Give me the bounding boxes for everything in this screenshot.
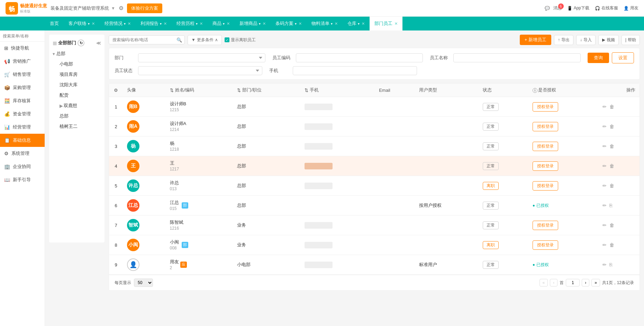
sidebar-item-system[interactable]: ⚙ 系统管理: [0, 147, 45, 160]
online-service-item[interactable]: 🎧 在线客服: [595, 5, 618, 11]
delete-icon[interactable]: 🗑: [609, 143, 614, 149]
tab-warehouse[interactable]: 仓库 ▾ ✕: [343, 17, 370, 30]
dept-tree-item-planting[interactable]: 植树王二: [49, 121, 105, 132]
add-employee-button[interactable]: + 新增员工: [520, 35, 551, 45]
sidebar-item-quick-nav[interactable]: ⊞ 快捷导航: [0, 42, 45, 55]
tab-journey[interactable]: 经营历程 ▾ ✕: [172, 17, 208, 30]
authorized-label: 已授权: [533, 262, 549, 267]
copy-icon[interactable]: ⎘: [609, 203, 612, 208]
sidebar-item-marketing[interactable]: 📢 营销推广: [0, 55, 45, 68]
user-item[interactable]: 👤 用友: [624, 5, 638, 11]
tab-home[interactable]: 首页: [45, 17, 64, 30]
edit-icon[interactable]: ✏: [602, 222, 607, 228]
edit-icon[interactable]: ✏: [602, 124, 607, 129]
auth-button[interactable]: 授权登录: [533, 122, 558, 131]
sidebar-item-finance[interactable]: 💰 资金管理: [0, 107, 45, 121]
auth-button[interactable]: 授权登录: [533, 161, 558, 171]
sidebar-search-input[interactable]: [3, 34, 45, 38]
emp-code-input[interactable]: [296, 53, 423, 62]
edit-icon[interactable]: ✏: [602, 104, 607, 109]
tab-employees[interactable]: 部门员工 ✕: [370, 17, 402, 30]
auth-button[interactable]: 授权登录: [533, 142, 558, 151]
next-page-button[interactable]: ›: [582, 279, 589, 287]
dept-collapse-icon[interactable]: ≪: [96, 41, 101, 46]
page-size-select[interactable]: 10 20 50 100: [134, 279, 153, 287]
sidebar-item-enterprise[interactable]: 🏢 企业协同: [0, 160, 45, 173]
status-filter-label: 员工状态: [115, 68, 135, 74]
sidebar-search: 🔍: [0, 30, 45, 42]
message-item[interactable]: 💬 6 消息: [545, 5, 562, 11]
more-filter-button[interactable]: ▼ 更多条件 ∧: [188, 35, 222, 45]
edit-icon[interactable]: ✏: [602, 163, 607, 169]
sidebar-item-sales[interactable]: 🛒 销售管理: [0, 68, 45, 81]
export-button[interactable]: ↑ 导出: [554, 35, 573, 45]
edit-icon[interactable]: ✏: [602, 262, 607, 267]
tab-profit[interactable]: 利润报告 ▾ ✕: [136, 17, 172, 30]
video-button[interactable]: ▶ 视频: [598, 35, 619, 45]
settings-button[interactable]: 设置: [612, 52, 634, 63]
edit-icon[interactable]: ✏: [602, 203, 607, 208]
delete-icon[interactable]: 🗑: [609, 124, 614, 129]
delete-icon[interactable]: 🗑: [609, 163, 614, 169]
auth-button[interactable]: 授权登录: [533, 181, 558, 191]
th-settings[interactable]: ⚙: [109, 83, 123, 97]
headset-icon: 🎧: [595, 6, 600, 11]
video-icon: ▶: [602, 37, 605, 42]
avatar: 王: [127, 160, 139, 172]
last-page-button[interactable]: »: [591, 279, 600, 287]
dept-tree-item-head2[interactable]: 总部: [49, 111, 105, 121]
delete-icon[interactable]: 🗑: [609, 242, 614, 248]
delete-icon[interactable]: 🗑: [609, 222, 614, 228]
sidebar-item-guide[interactable]: 📖 新手引导: [0, 173, 45, 186]
tab-bom[interactable]: 物料清单 ▾ ✕: [307, 17, 343, 30]
dept-refresh-icon[interactable]: ↻: [78, 39, 84, 46]
tab-new-product[interactable]: 新增商品 ▾ ✕: [235, 17, 271, 30]
phone-filter-input[interactable]: [293, 66, 417, 75]
search-input[interactable]: [109, 35, 185, 44]
prev-page-button[interactable]: ‹: [550, 279, 557, 287]
tab-customer[interactable]: 客户联络 ▾ ✕: [64, 17, 100, 30]
query-button[interactable]: 查询: [588, 53, 609, 63]
emp-name-input[interactable]: [453, 53, 581, 62]
sidebar-item-purchase[interactable]: 📦 采购管理: [0, 81, 45, 94]
dept-tree-item-shenyang[interactable]: 沈阳大库: [49, 80, 105, 90]
edit-icon[interactable]: ✏: [602, 242, 607, 248]
row-phone: ███████: [300, 215, 375, 235]
copy-icon[interactable]: ⎘: [609, 262, 612, 267]
th-phone[interactable]: ⇅ 手机: [300, 83, 375, 97]
sidebar-item-business[interactable]: 📊 经营管理: [0, 121, 45, 134]
auth-button[interactable]: 授权登录: [533, 221, 558, 230]
first-page-button[interactable]: «: [539, 279, 548, 287]
tab-barcode[interactable]: 条码方案 ▾ ✕: [271, 17, 307, 30]
sidebar-item-basic[interactable]: 📋 基础信息: [0, 134, 45, 147]
app-download-item[interactable]: 📱 App下载: [567, 5, 589, 11]
row-actions: ✏ ⎘: [598, 196, 640, 215]
auth-button[interactable]: 授权登录: [533, 240, 558, 250]
sidebar-item-inventory[interactable]: 🧮 库存核算: [0, 94, 45, 107]
status-filter-select[interactable]: [138, 66, 262, 75]
th-name-code[interactable]: ⇅ 姓名/编码: [166, 83, 233, 97]
edit-icon[interactable]: ✏: [602, 143, 607, 149]
experience-button[interactable]: 体验行业方案: [127, 3, 162, 13]
row-name-code: 用友 2 应: [166, 255, 233, 275]
dept-tree-item-small-elec[interactable]: 小电部: [49, 59, 105, 69]
tab-business-status[interactable]: 经营情况 ▾ ✕: [100, 17, 136, 30]
dept-tree-item-double[interactable]: ▶ 双鹿想: [49, 100, 105, 111]
tab-products[interactable]: 商品 ▾ ✕: [208, 17, 235, 30]
auth-button[interactable]: 授权登录: [533, 102, 558, 112]
show-leave-toggle[interactable]: ✓ 显示离职员工: [225, 37, 256, 43]
edit-icon[interactable]: ✏: [602, 183, 607, 188]
delete-icon[interactable]: 🗑: [609, 104, 614, 109]
help-button[interactable]: | 帮助: [622, 35, 640, 45]
dept-tree-item-project[interactable]: 项目库房: [49, 69, 105, 80]
dept-tree-item-head[interactable]: ▾ 总部: [49, 49, 105, 59]
tab-customer-close[interactable]: ✕: [92, 21, 95, 26]
tab-employees-close[interactable]: ✕: [394, 21, 398, 26]
th-dept-pos[interactable]: ⇅ 部门/职位: [233, 83, 300, 97]
delete-icon[interactable]: 🗑: [609, 183, 614, 188]
page-number-input[interactable]: [566, 279, 580, 287]
import-button[interactable]: ↓ 导入: [576, 35, 596, 45]
settings-gear-button[interactable]: ⚙: [119, 5, 124, 11]
dept-filter-select[interactable]: [138, 53, 265, 62]
dept-tree-item-delivery[interactable]: 配货: [49, 90, 105, 100]
